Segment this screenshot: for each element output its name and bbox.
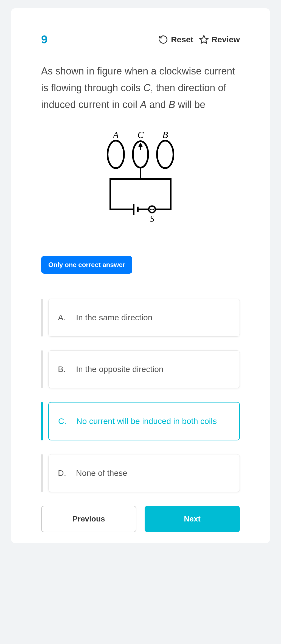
option-c[interactable]: C. No current will be induced in both co… (41, 402, 240, 440)
svg-text:A: A (113, 130, 119, 140)
next-button[interactable]: Next (145, 506, 240, 532)
svg-point-6 (157, 141, 173, 168)
header-actions: Reset Review (158, 35, 240, 45)
option-indicator (41, 402, 43, 440)
option-text: None of these (76, 467, 127, 480)
previous-button[interactable]: Previous (41, 506, 136, 532)
reset-label: Reset (171, 35, 193, 44)
option-letter: D. (58, 468, 66, 478)
options-list: A. In the same direction B. In the oppos… (41, 299, 240, 492)
option-indicator (41, 299, 43, 337)
option-letter: A. (58, 313, 66, 322)
reset-button[interactable]: Reset (158, 35, 193, 45)
circuit-diagram-icon: A C B S (99, 130, 182, 229)
svg-point-15 (153, 209, 154, 210)
svg-point-4 (108, 141, 124, 168)
option-letter: B. (58, 365, 66, 374)
svg-text:S: S (150, 213, 154, 224)
reset-icon (158, 35, 168, 45)
svg-marker-0 (200, 35, 208, 43)
answer-type-badge: Only one correct answer (41, 256, 132, 274)
svg-point-13 (149, 206, 155, 213)
review-label: Review (212, 35, 240, 44)
option-indicator (41, 454, 43, 492)
svg-text:B: B (162, 130, 168, 140)
option-text: No current will be induced in both coils (76, 415, 217, 428)
svg-text:C: C (137, 130, 144, 140)
question-header: 9 Reset Review (41, 33, 240, 46)
divider (41, 282, 240, 282)
star-icon (199, 35, 209, 45)
svg-point-14 (150, 209, 152, 210)
option-text: In the same direction (76, 311, 152, 324)
option-b[interactable]: B. In the opposite direction (41, 350, 240, 388)
question-number: 9 (41, 33, 47, 46)
option-a[interactable]: A. In the same direction (41, 299, 240, 337)
option-d[interactable]: D. None of these (41, 454, 240, 492)
question-card: 9 Reset Review As shown in fig (11, 8, 270, 543)
question-figure: A C B S (41, 130, 240, 229)
option-text: In the opposite direction (76, 363, 164, 376)
review-button[interactable]: Review (199, 35, 240, 45)
option-indicator (41, 350, 43, 388)
question-text: As shown in figure when a clockwise curr… (41, 63, 240, 113)
option-letter: C. (58, 417, 66, 426)
nav-buttons: Previous Next (41, 506, 240, 532)
